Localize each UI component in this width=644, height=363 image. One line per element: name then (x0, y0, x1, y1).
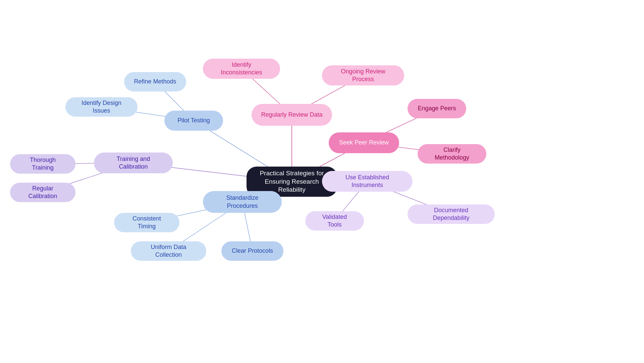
node-seek-peer-review: Seek Peer Review (329, 132, 399, 153)
node-identify-design-issues: Identify Design Issues (65, 97, 138, 117)
node-refine-methods: Refine Methods (124, 72, 186, 92)
node-standardize-procedures: Standardize Procedures (203, 191, 282, 213)
node-thorough-training: Thorough Training (10, 154, 75, 174)
node-clear-protocols: Clear Protocols (221, 241, 283, 261)
node-regular-calibration: Regular Calibration (10, 183, 75, 202)
node-documented-dependability: Documented Dependability (408, 204, 495, 224)
node-consistent-timing: Consistent Timing (114, 213, 179, 232)
node-training-calibration: Training and Calibration (94, 153, 173, 173)
node-validated-tools: Validated Tools (305, 211, 364, 231)
node-identify-inconsistencies: Identify Inconsistencies (203, 59, 280, 79)
node-uniform-data-collection: Uniform Data Collection (131, 241, 206, 261)
node-regularly-review-data: Regularly Review Data (252, 104, 332, 126)
node-pilot-testing: Pilot Testing (164, 111, 223, 131)
node-use-established-instruments: Use Established Instruments (322, 171, 413, 192)
node-ongoing-review-process: Ongoing Review Process (322, 65, 404, 85)
node-clarify-methodology: Clarify Methodology (418, 144, 486, 164)
node-engage-peers: Engage Peers (408, 99, 466, 118)
